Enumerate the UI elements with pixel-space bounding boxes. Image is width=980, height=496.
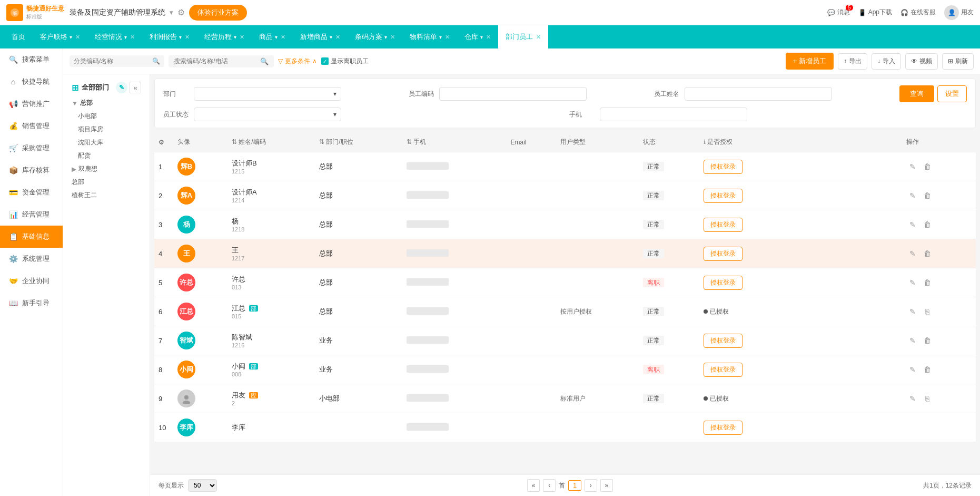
edit-icon[interactable]: ✎ xyxy=(906,363,919,376)
close-icon[interactable]: ✕ xyxy=(390,34,395,41)
dept-select[interactable]: ▾ xyxy=(194,87,341,101)
close-icon[interactable]: ✕ xyxy=(281,34,285,41)
settings-icon[interactable]: ⚙ xyxy=(177,7,185,17)
close-icon[interactable]: ✕ xyxy=(130,34,135,41)
sidebar-item-marketing[interactable]: 📢 营销推广 xyxy=(0,93,63,115)
close-icon[interactable]: ✕ xyxy=(75,34,80,41)
dept-node-zongbu[interactable]: 总部 xyxy=(67,176,145,189)
next-page-btn[interactable]: › xyxy=(585,479,597,492)
dept-node-zhishu[interactable]: 植树王二 xyxy=(67,189,145,202)
dept-edit-icon[interactable]: ✎ xyxy=(116,82,127,93)
page-size-select[interactable]: 50 100 200 xyxy=(188,479,217,492)
show-resigned-checkbox[interactable]: ✓ 显示离职员工 xyxy=(321,57,369,66)
delete-icon[interactable]: 🗑 xyxy=(921,276,934,289)
delete-icon[interactable]: 🗑 xyxy=(921,363,934,376)
employee-name-input[interactable] xyxy=(685,87,832,101)
tab-employees[interactable]: 部门员工✕ xyxy=(498,25,548,48)
more-filter-btn[interactable]: ▽ 更多条件 ∧ xyxy=(278,57,317,66)
sidebar-item-enterprise[interactable]: 🤝 企业协同 xyxy=(0,270,63,292)
sidebar-item-system[interactable]: ⚙️ 系统管理 xyxy=(0,248,63,270)
close-icon[interactable]: ✕ xyxy=(335,34,340,41)
export-button[interactable]: ↑ 导出 xyxy=(838,53,867,70)
edit-icon[interactable]: ✎ xyxy=(906,189,919,202)
auth-btn[interactable]: 授权登录 xyxy=(704,421,743,435)
auth-btn[interactable]: 授权登录 xyxy=(704,334,743,348)
dept-node-distribution[interactable]: 配货 xyxy=(74,149,145,162)
collapse-btn[interactable]: « xyxy=(130,82,141,93)
auth-btn[interactable]: 授权登录 xyxy=(704,218,743,232)
trial-button[interactable]: 体验行业方案 xyxy=(189,5,247,21)
close-icon[interactable]: ✕ xyxy=(240,34,244,41)
close-icon[interactable]: ✕ xyxy=(536,34,541,41)
col-dept[interactable]: ⇅ 部门/职位 xyxy=(315,132,402,152)
employee-code-input[interactable] xyxy=(439,87,587,101)
sidebar-item-sales[interactable]: 💰 销售管理 xyxy=(0,115,63,137)
close-icon[interactable]: ✕ xyxy=(185,34,190,41)
dept-node-head[interactable]: ▼ 总部 xyxy=(67,96,145,110)
sidebar-item-guide[interactable]: 📖 新手引导 xyxy=(0,292,63,314)
auth-btn[interactable]: 授权登录 xyxy=(704,247,743,261)
tab-history[interactable]: 经营历程▾✕ xyxy=(197,25,252,48)
tab-customer[interactable]: 客户联络▾✕ xyxy=(33,25,87,48)
dept-node-shuanglu[interactable]: ▶ 双鹿想 xyxy=(67,162,145,176)
delete-icon[interactable]: 🗑 xyxy=(921,218,934,231)
import-button[interactable]: ↓ 导入 xyxy=(872,53,901,70)
edit-icon[interactable]: ✎ xyxy=(906,218,919,231)
edit-icon[interactable]: ✎ xyxy=(906,160,919,173)
tab-add-goods[interactable]: 新增商品▾✕ xyxy=(293,25,348,48)
employee-status-select[interactable]: ▾ xyxy=(194,108,341,121)
system-arrow-icon[interactable]: ▾ xyxy=(170,8,173,16)
edit-icon[interactable]: ✎ xyxy=(906,334,919,347)
copy-icon[interactable]: ⎘ xyxy=(921,392,934,405)
last-page-btn[interactable]: » xyxy=(600,479,613,492)
user-avatar[interactable]: 👤 用友 xyxy=(944,5,974,20)
sidebar-item-quick-nav[interactable]: ⌂ 快捷导航 xyxy=(0,71,63,93)
sidebar-item-finance[interactable]: 💳 资金管理 xyxy=(0,181,63,203)
sidebar-item-basic[interactable]: 📋 基础信息 xyxy=(0,226,63,248)
main-search-input[interactable] xyxy=(174,57,257,65)
tab-barcode[interactable]: 条码方案▾✕ xyxy=(348,25,402,48)
col-settings[interactable]: ⚙ xyxy=(154,132,173,152)
delete-icon[interactable]: 🗑 xyxy=(921,189,934,202)
tab-operations[interactable]: 经营情况▾✕ xyxy=(87,25,142,48)
set-button[interactable]: 设置 xyxy=(937,85,967,102)
sidebar-item-management[interactable]: 📊 经营管理 xyxy=(0,203,63,226)
tab-bom[interactable]: 物料清单▾✕ xyxy=(402,25,457,48)
delete-icon[interactable]: 🗑 xyxy=(921,334,934,347)
edit-icon[interactable]: ✎ xyxy=(906,305,919,318)
col-phone[interactable]: ⇅ 手机 xyxy=(402,132,507,152)
sidebar-item-inventory[interactable]: 📦 库存核算 xyxy=(0,159,63,181)
col-name[interactable]: ⇅ 姓名/编码 xyxy=(227,132,315,152)
tab-home[interactable]: 首页 xyxy=(4,25,33,48)
message-btn[interactable]: 💬 消息 5 xyxy=(827,8,850,17)
close-icon[interactable]: ✕ xyxy=(445,34,450,41)
tab-profit[interactable]: 利润报告▾✕ xyxy=(142,25,197,48)
delete-icon[interactable]: 🗑 xyxy=(921,160,934,173)
tab-warehouse[interactable]: 仓库▾✕ xyxy=(457,25,498,48)
sidebar-item-search[interactable]: 🔍 搜索菜单 xyxy=(0,48,63,71)
query-button[interactable]: 查询 xyxy=(899,85,934,102)
dept-search-input[interactable] xyxy=(74,57,150,65)
print-button[interactable]: ⊞ 刷新 xyxy=(942,53,974,70)
auth-btn[interactable]: 授权登录 xyxy=(704,189,743,203)
dept-node-project[interactable]: 项目库房 xyxy=(74,123,145,136)
app-download-btn[interactable]: 📱 App下载 xyxy=(858,8,892,17)
phone-input[interactable] xyxy=(600,108,747,121)
prev-page-btn[interactable]: ‹ xyxy=(543,479,556,492)
online-service-btn[interactable]: 🎧 在线客服 xyxy=(900,8,936,17)
dept-node-shenyang[interactable]: 沈阳大库 xyxy=(74,136,145,149)
edit-icon[interactable]: ✎ xyxy=(906,276,919,289)
copy-icon[interactable]: ⎘ xyxy=(921,305,934,318)
add-employee-button[interactable]: + 新增员工 xyxy=(786,53,834,70)
dept-node-xiaodian[interactable]: 小电部 xyxy=(74,110,145,123)
sidebar-item-purchase[interactable]: 🛒 采购管理 xyxy=(0,137,63,159)
edit-icon[interactable]: ✎ xyxy=(906,392,919,405)
auth-btn[interactable]: 授权登录 xyxy=(704,363,743,377)
edit-icon[interactable]: ✎ xyxy=(906,247,919,260)
first-page-btn[interactable]: « xyxy=(527,479,540,492)
view-button[interactable]: 👁 视频 xyxy=(905,53,938,70)
close-icon[interactable]: ✕ xyxy=(486,34,491,41)
tab-goods[interactable]: 商品▾✕ xyxy=(252,25,293,48)
auth-btn[interactable]: 授权登录 xyxy=(704,160,743,174)
auth-btn[interactable]: 授权登录 xyxy=(704,276,743,290)
